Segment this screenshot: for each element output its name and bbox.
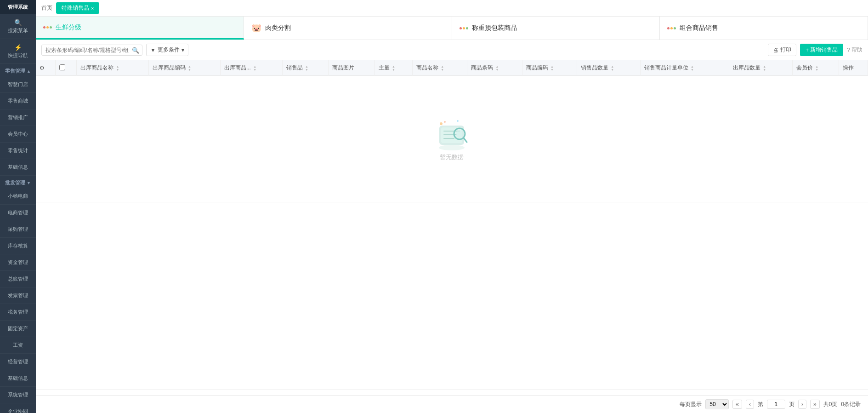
tab-meat-cut[interactable]: 🐷 肉类分割: [244, 17, 452, 40]
topbar: 首页 特殊销售品 ×: [36, 0, 868, 17]
sidebar-section-retail[interactable]: 零售管理 ▲: [0, 64, 36, 76]
page-label-unit: 页: [789, 401, 794, 408]
col-weight[interactable]: 主量 ▲▼: [374, 60, 412, 76]
tab-fresh-grade-label: 生鲜分级: [56, 23, 81, 32]
category-tabs: 生鲜分级 🐷 肉类分割 称重预包装商品 组合商品销售: [36, 17, 868, 40]
table-header-row: ⚙ 出库商品名称 ▲▼ 出库商品编码 ▲▼ 出库商品...: [36, 60, 868, 76]
col-sale-item[interactable]: 销售品 ▲▼: [282, 60, 329, 76]
search-wrapper: 🔍: [41, 45, 142, 56]
col-member-price[interactable]: 会员价 ▲▼: [792, 60, 839, 76]
sidebar-item-search-menu[interactable]: 🔍 搜索菜单: [0, 14, 36, 39]
svg-point-0: [439, 145, 465, 150]
col-checkbox[interactable]: [55, 60, 76, 76]
per-page-select[interactable]: 50 10 20 100: [705, 399, 729, 409]
sidebar-item-tax[interactable]: 税务管理: [0, 304, 36, 321]
toolbar-right: 🖨 打印 + 新增销售品 ? 帮助: [768, 44, 862, 56]
sidebar-item-finance[interactable]: 资金管理: [0, 254, 36, 271]
tab-fresh-grade[interactable]: 生鲜分级: [36, 17, 244, 40]
sidebar-item-purchase[interactable]: 采购管理: [0, 221, 36, 238]
sidebar-item-ledger[interactable]: 总账管理: [0, 271, 36, 287]
print-button[interactable]: 🖨 打印: [768, 44, 796, 56]
sidebar-item-marketing[interactable]: 营销推广: [0, 109, 36, 126]
sort-goods-code-icon: ▲▼: [550, 65, 554, 71]
last-page-button[interactable]: »: [810, 400, 820, 409]
search-menu-icon: 🔍: [2, 19, 34, 26]
page-label-before: 第: [758, 401, 763, 408]
sidebar-item-ecom-manage[interactable]: 电商管理: [0, 205, 36, 221]
svg-point-7: [456, 130, 463, 138]
tab-combo-sale[interactable]: 组合商品销售: [660, 17, 868, 40]
help-button[interactable]: ? 帮助: [847, 46, 862, 54]
sort-out-code-icon: ▲▼: [188, 65, 191, 71]
empty-state-row: 暂无数据: [36, 76, 868, 202]
col-goods-img: 商品图片: [329, 60, 374, 76]
sort-sale-qty-icon: ▲▼: [611, 65, 614, 71]
print-icon: 🖨: [773, 47, 778, 53]
sidebar-section-wholesale[interactable]: 批发管理 ▼: [0, 176, 36, 188]
sort-goods-name-icon: ▲▼: [441, 65, 444, 71]
sort-member-price-icon: ▲▼: [815, 65, 818, 71]
sidebar-item-inventory[interactable]: 库存核算: [0, 238, 36, 254]
filter-button[interactable]: ▼ 更多条件 ▾: [146, 44, 188, 56]
col-goods-code[interactable]: 商品编码 ▲▼: [522, 60, 577, 76]
svg-line-8: [464, 138, 467, 142]
tab-meat-cut-label: 肉类分割: [265, 24, 291, 32]
main-content: 首页 特殊销售品 × 生鲜分级 🐷 肉类分割 称重预包装商品 组合: [36, 0, 868, 413]
sidebar-item-retail-stats[interactable]: 零售统计: [0, 143, 36, 159]
select-all-checkbox[interactable]: [59, 64, 65, 70]
sidebar-item-mini-ecom[interactable]: 小畅电商: [0, 188, 36, 205]
total-pages: 共0页: [823, 401, 838, 408]
sidebar: 管理系统 🔍 搜索菜单 ⚡ 快捷导航 零售管理 ▲ 智慧门店 零售商城 营销推广…: [0, 0, 36, 413]
meat-cut-icon: 🐷: [251, 23, 261, 33]
sidebar-item-smart-store[interactable]: 智慧门店: [0, 76, 36, 93]
sidebar-item-system[interactable]: 系统管理: [0, 387, 36, 403]
col-setting[interactable]: ⚙: [36, 60, 55, 76]
filter-icon: ▼: [150, 47, 156, 53]
sidebar-item-basic-info2[interactable]: 基础信息: [0, 370, 36, 387]
col-out-qty[interactable]: 出库品数量 ▲▼: [729, 60, 793, 76]
col-sale-unit[interactable]: 销售商品计量单位 ▲▼: [640, 60, 729, 76]
col-out-code[interactable]: 出库商品编码 ▲▼: [148, 60, 220, 76]
sort-sale-item-icon: ▲▼: [305, 65, 308, 71]
sidebar-item-retail-mall[interactable]: 零售商城: [0, 93, 36, 109]
sort-out-name-icon: ▲▼: [116, 65, 119, 71]
sidebar-item-fixed-assets[interactable]: 固定资产: [0, 321, 36, 337]
col-sale-qty[interactable]: 销售品数量 ▲▼: [577, 60, 640, 76]
sidebar-item-basic-info[interactable]: 基础信息: [0, 159, 36, 176]
search-input[interactable]: [41, 45, 142, 56]
col-out-spec[interactable]: 出库商品... ▲▼: [220, 60, 282, 76]
empty-illustration: [431, 116, 472, 153]
sort-weight-icon: ▲▼: [392, 65, 395, 71]
next-page-button[interactable]: ›: [798, 400, 806, 409]
empty-text: 暂无数据: [440, 153, 464, 161]
tab-combo-sale-label: 组合商品销售: [680, 24, 718, 32]
horizontal-scrollbar[interactable]: [36, 390, 868, 395]
sidebar-item-invoice[interactable]: 发票管理: [0, 287, 36, 304]
svg-point-9: [440, 122, 443, 125]
active-tab[interactable]: 特殊销售品 ×: [56, 2, 99, 14]
sidebar-item-quick-nav[interactable]: ⚡ 快捷导航: [0, 39, 36, 64]
col-operation: 操作: [839, 60, 868, 76]
tab-weigh-pack[interactable]: 称重预包装商品: [452, 17, 660, 40]
col-goods-name[interactable]: 商品名称 ▲▼: [412, 60, 467, 76]
svg-point-10: [444, 121, 446, 123]
sidebar-item-salary[interactable]: 工资: [0, 337, 36, 354]
app-logo: 管理系统: [0, 0, 36, 14]
col-out-name[interactable]: 出库商品名称 ▲▼: [77, 60, 148, 76]
fresh-grade-dots: [43, 26, 52, 29]
new-product-button[interactable]: + 新增销售品: [800, 44, 843, 56]
table-wrapper[interactable]: ⚙ 出库商品名称 ▲▼ 出库商品编码 ▲▼ 出库商品...: [36, 60, 868, 390]
first-page-button[interactable]: «: [732, 400, 742, 409]
close-tab-icon[interactable]: ×: [91, 6, 94, 11]
sidebar-item-enterprise[interactable]: 企业协同: [0, 403, 36, 413]
sidebar-item-ops-manage[interactable]: 经营管理: [0, 354, 36, 370]
home-link[interactable]: 首页: [41, 4, 52, 12]
page-number-input[interactable]: [767, 400, 785, 409]
sidebar-item-member-center[interactable]: 会员中心: [0, 126, 36, 143]
col-barcode[interactable]: 商品条码 ▲▼: [467, 60, 522, 76]
quick-nav-icon: ⚡: [2, 44, 34, 51]
plus-icon: +: [806, 47, 809, 53]
combo-sale-dots: [667, 27, 676, 29]
prev-page-button[interactable]: ‹: [746, 400, 754, 409]
wholesale-expand-icon: ▼: [27, 181, 31, 185]
